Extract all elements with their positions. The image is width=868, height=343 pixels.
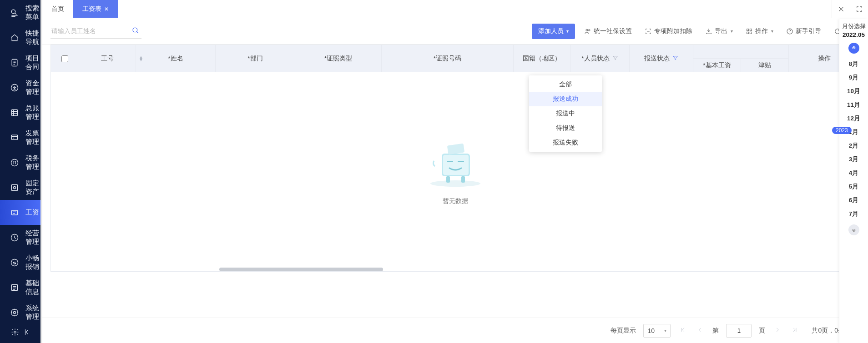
month-item[interactable]: 6月 [849, 194, 859, 207]
scroll-up-button[interactable] [848, 43, 859, 54]
fullscreen-button[interactable] [850, 0, 868, 18]
table-header: 工号 ▲▼ *姓名 *部门 *证照类型 *证照号码 国籍（地区） *人员状态 报… [51, 45, 859, 72]
svg-rect-18 [747, 29, 749, 30]
sidebar-item-money[interactable]: 资金管理 [0, 75, 40, 100]
filter-option[interactable]: 报送失败 [529, 135, 602, 150]
svg-rect-19 [750, 29, 752, 30]
sidebar-item-system[interactable]: 系统管理 [0, 300, 40, 322]
perpage-select[interactable]: 10 ▾ [643, 324, 671, 338]
info-icon [10, 283, 19, 292]
system-icon [10, 308, 19, 317]
operate-button[interactable]: 操作 ▾ [742, 27, 777, 35]
sidebar-item-salary[interactable]: 工资 [0, 200, 40, 225]
sidebar-item-asset[interactable]: 固定资产 [0, 175, 40, 200]
month-item[interactable]: 2月 [849, 139, 859, 153]
table-wrap: 工号 ▲▼ *姓名 *部门 *证照类型 *证照号码 国籍（地区） *人员状态 报… [42, 45, 868, 318]
empty-state: 暂无数据 [51, 72, 859, 268]
close-icon[interactable]: ✕ [104, 6, 109, 12]
sidebar-item-label: 基础信息 [25, 279, 40, 296]
sidebar-item-doc[interactable]: 项目合同 [0, 50, 40, 75]
search-input[interactable] [50, 24, 141, 39]
select-all-checkbox[interactable] [61, 55, 68, 62]
compass-icon [10, 33, 19, 42]
filter-option[interactable]: 待报送 [529, 121, 602, 135]
export-button[interactable]: 导出 ▾ [701, 27, 737, 35]
filter-option[interactable]: 报送成功 [529, 92, 602, 106]
filter-icon[interactable] [672, 55, 678, 62]
toolbar: 添加人员 ▾ 统一社保设置 专项附加扣除 导出 ▾ 操作 ▾ [42, 18, 868, 45]
svg-point-5 [11, 159, 18, 166]
last-page-button[interactable] [790, 327, 800, 334]
horizontal-scrollbar[interactable] [51, 268, 859, 271]
next-page-button[interactable] [772, 327, 782, 334]
sidebar-item-invoice[interactable]: 发票管理 [0, 125, 40, 150]
sidebar-item-ledger[interactable]: 总账管理 [0, 100, 40, 125]
collapse-icon[interactable] [23, 328, 31, 338]
col-id-type[interactable]: *证照类型 [295, 45, 382, 72]
sidebar-item-label: 工资 [25, 208, 39, 217]
filter-option[interactable]: 报送中 [529, 106, 602, 121]
guide-button[interactable]: 新手引导 [782, 27, 825, 35]
col-report-status[interactable]: 报送状态 [630, 45, 693, 72]
sidebar-item-compass[interactable]: 快捷导航 [0, 25, 40, 50]
prev-page-button[interactable] [695, 327, 705, 334]
scroll-down-button[interactable] [848, 224, 859, 235]
month-item[interactable]: 4月 [849, 166, 859, 180]
chevron-down-icon: ▾ [771, 29, 773, 34]
scan-icon [645, 28, 652, 35]
month-item[interactable]: 5月 [849, 180, 859, 194]
tax-icon [10, 158, 19, 167]
col-department[interactable]: *部门 [216, 45, 295, 72]
col-nationality[interactable]: 国籍（地区） [514, 45, 570, 72]
col-base-salary[interactable]: *基本工资 [693, 59, 741, 72]
tab-label: 工资表 [82, 5, 101, 13]
page-suffix: 页 [759, 327, 765, 335]
month-panel-current: 2022.05 [843, 31, 865, 41]
col-employee-id[interactable]: 工号 [79, 45, 136, 72]
svg-point-14 [14, 331, 16, 333]
month-item[interactable]: 8月 [849, 57, 859, 71]
month-item[interactable]: 11月 [847, 98, 860, 112]
page-input[interactable] [726, 324, 752, 338]
gear-icon[interactable] [11, 328, 19, 338]
tab-salary-sheet[interactable]: 工资表 ✕ [73, 0, 118, 18]
col-person-status[interactable]: *人员状态 [570, 45, 630, 72]
sidebar-item-tax[interactable]: 税务管理 [0, 150, 40, 175]
month-item[interactable]: 3月 [849, 153, 859, 166]
doc-icon [10, 58, 19, 67]
svg-point-16 [586, 29, 588, 31]
col-name[interactable]: ▲▼ *姓名 [136, 45, 216, 72]
sidebar-item-info[interactable]: 基础信息 [0, 275, 40, 300]
month-item[interactable]: 7月 [849, 207, 859, 221]
sidebar-item-expense[interactable]: 小畅报销 [0, 250, 40, 275]
scrollbar-thumb[interactable] [219, 268, 383, 271]
filter-option[interactable]: 全部 [529, 77, 602, 92]
first-page-button[interactable] [678, 327, 688, 334]
sidebar-item-label: 小畅报销 [25, 254, 40, 271]
add-person-button[interactable]: 添加人员 ▾ [532, 24, 575, 39]
sidebar-item-search-menu[interactable]: 搜索菜单 [0, 0, 40, 25]
social-settings-button[interactable]: 统一社保设置 [580, 27, 636, 35]
svg-rect-8 [11, 210, 17, 215]
sort-icon[interactable]: ▲▼ [139, 56, 143, 61]
month-item[interactable]: 10月 [847, 85, 860, 98]
col-salary-group: *基本工资 津贴 [693, 45, 789, 72]
svg-point-15 [133, 28, 137, 32]
month-item[interactable]: 12月 [847, 112, 860, 125]
svg-rect-3 [11, 109, 17, 115]
filter-icon[interactable] [612, 55, 618, 62]
col-allowance[interactable]: 津贴 [741, 59, 788, 72]
sidebar-item-biz[interactable]: 经营管理 [0, 225, 40, 250]
tab-home[interactable]: 首页 [42, 0, 73, 18]
svg-rect-28 [446, 176, 450, 183]
col-id-number[interactable]: *证照号码 [382, 45, 514, 72]
export-icon [705, 28, 712, 35]
report-status-filter-dropdown: 全部报送成功报送中待报送报送失败 [529, 75, 602, 152]
empty-text: 暂无数据 [443, 197, 468, 205]
search-icon[interactable] [131, 26, 140, 36]
special-deduction-button[interactable]: 专项附加扣除 [641, 27, 696, 35]
svg-rect-30 [447, 144, 464, 155]
svg-rect-4 [11, 135, 17, 139]
close-panel-button[interactable] [832, 0, 850, 18]
month-item[interactable]: 9月 [849, 71, 859, 85]
